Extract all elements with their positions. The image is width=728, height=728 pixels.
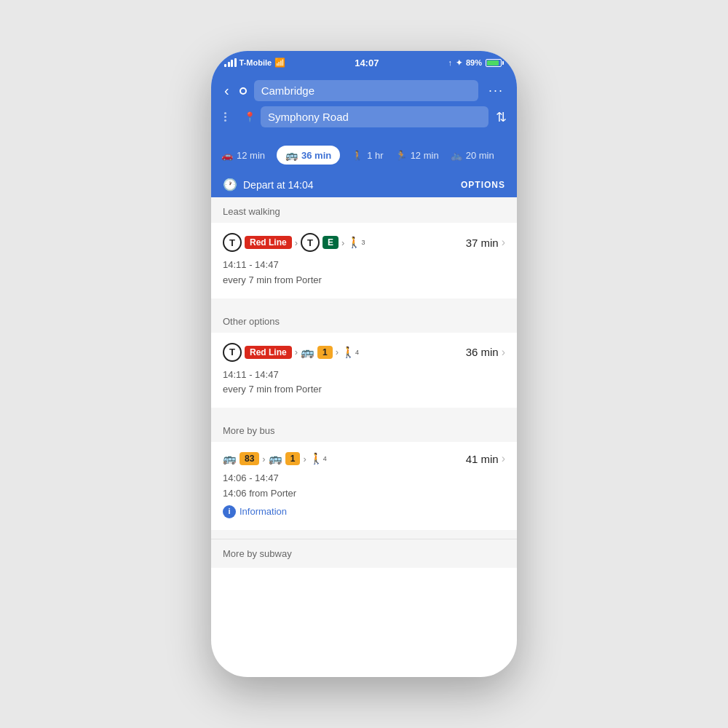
destination-input[interactable]	[261, 106, 488, 127]
walk-icon-1: 🚶3	[347, 236, 365, 249]
depart-bar: 🕐 Depart at 14:04 OPTIONS	[211, 172, 517, 197]
spacer	[221, 112, 239, 122]
route-icons-3: 🚌 83 › 🚌 1 › 🚶4	[223, 452, 327, 465]
origin-row: ‹ ···	[221, 80, 507, 101]
mode-transit[interactable]: 🚌 36 min	[277, 146, 340, 165]
mode-bike[interactable]: 🚲 20 min	[451, 150, 494, 161]
destination-row: 📍 ⇅	[221, 106, 507, 127]
status-bar: T-Mobile 📶 14:07 ↑ ✦ 89%	[211, 51, 517, 74]
section-header-more-by-bus: More by bus	[211, 416, 517, 442]
information-link[interactable]: i Information	[223, 505, 505, 520]
bike-icon: 🚲	[451, 150, 462, 161]
route-card-3[interactable]: 🚌 83 › 🚌 1 › 🚶4 41 min ›	[211, 442, 517, 529]
run-icon: 🏃	[395, 150, 407, 161]
route-top-2: T Red Line › 🚌 1 › 🚶4 36 min ›	[223, 343, 505, 362]
arrow-1: ›	[295, 237, 298, 248]
chevron-3: ›	[502, 452, 505, 465]
duration-text-1: 37 min	[466, 237, 499, 249]
drive-icon: 🚗	[221, 150, 233, 161]
depart-time: Depart at 14:04	[243, 179, 314, 191]
arrow-3: ›	[295, 347, 298, 357]
divider-1	[211, 301, 517, 307]
clock-icon: 🕐	[223, 178, 237, 191]
route-top-3: 🚌 83 › 🚌 1 › 🚶4 41 min ›	[223, 452, 505, 465]
mode-selector: 🚗 12 min 🚌 36 min 🚶 1 hr 🏃 12 min 🚲 20 m…	[211, 141, 517, 172]
route-details-3: 14:06 - 14:47 14:06 from Porter i Inform…	[223, 471, 505, 519]
duration-text-3: 41 min	[466, 453, 499, 465]
back-button[interactable]: ‹	[221, 81, 232, 100]
run-label: 12 min	[411, 150, 439, 161]
divider-2	[211, 411, 517, 416]
route-top-1: T Red Line › T E › 🚶3 37 min ›	[223, 233, 505, 252]
search-area: ‹ ··· 📍 ⇅	[211, 74, 517, 141]
duration-text-2: 36 min	[466, 346, 499, 358]
red-line-badge-1: Red Line	[245, 236, 292, 249]
route-times-1: 14:11 - 14:47	[223, 258, 505, 273]
phone-shell: T-Mobile 📶 14:07 ↑ ✦ 89% ‹ ···	[211, 51, 517, 677]
route-icons-2: T Red Line › 🚌 1 › 🚶4	[223, 343, 359, 362]
transit-label: 36 min	[301, 150, 331, 161]
section-header-least-walking: Least walking	[211, 197, 517, 223]
section-least-walking: Least walking T Red Line › T E › 🚶3	[211, 197, 517, 298]
transit-icon: 🚌	[285, 149, 298, 161]
chevron-1: ›	[502, 236, 505, 249]
arrow-4: ›	[336, 347, 339, 357]
route-times-3: 14:06 - 14:47	[223, 471, 505, 486]
swap-button[interactable]: ⇅	[496, 109, 507, 125]
status-bar-right: ↑ ✦ 89%	[448, 58, 504, 68]
origin-dot-icon	[240, 87, 247, 95]
status-bar-left: T-Mobile 📶	[224, 58, 285, 68]
battery-icon	[486, 59, 504, 67]
route-card-2[interactable]: T Red Line › 🚌 1 › 🚶4 36 min ›	[211, 333, 517, 408]
battery-percent: 89%	[466, 58, 482, 67]
section-header-other-options: Other options	[211, 307, 517, 333]
mode-run[interactable]: 🏃 12 min	[395, 150, 439, 161]
red-line-badge-2: Red Line	[245, 346, 292, 359]
bus-icon-2: 🚌	[301, 346, 314, 359]
origin-input[interactable]	[254, 80, 478, 101]
wifi-icon: 📶	[274, 58, 285, 68]
info-label: Information	[240, 505, 287, 520]
bus-icon-3b: 🚌	[269, 452, 282, 465]
route-frequency-3: 14:06 from Porter	[223, 486, 505, 502]
route-frequency-1: every 7 min from Porter	[223, 273, 505, 288]
destination-pin-icon: 📍	[246, 112, 253, 122]
route-icons-1: T Red Line › T E › 🚶3	[223, 233, 365, 252]
arrow-2: ›	[341, 237, 344, 248]
bluetooth-icon: ✦	[456, 58, 462, 68]
arrow-6: ›	[303, 454, 306, 464]
section-other-options: Other options T Red Line › 🚌 1 › 🚶4	[211, 307, 517, 408]
walk-icon-2: 🚶4	[341, 346, 359, 359]
options-button[interactable]: OPTIONS	[461, 180, 505, 190]
bike-label: 20 min	[466, 150, 494, 161]
route-times-2: 14:11 - 14:47	[223, 368, 505, 383]
more-subway-label: More by subway	[223, 548, 292, 559]
walk-icon-mode: 🚶	[352, 150, 363, 161]
mbta-t-icon-3: T	[223, 343, 242, 362]
mode-drive[interactable]: 🚗 12 min	[221, 150, 265, 161]
green-e-badge: E	[323, 236, 339, 249]
mbta-t-icon-2: T	[301, 233, 320, 252]
mode-walk[interactable]: 🚶 1 hr	[352, 150, 383, 161]
drive-label: 12 min	[237, 150, 265, 161]
bus-icon-3a: 🚌	[223, 452, 237, 465]
walk-label: 1 hr	[367, 150, 383, 161]
depart-info: 🕐 Depart at 14:04	[223, 178, 314, 191]
section-more-by-bus: More by bus 🚌 83 › 🚌 1 › 🚶4	[211, 416, 517, 529]
section-more-by-subway[interactable]: More by subway	[211, 539, 517, 568]
route-card-1[interactable]: T Red Line › T E › 🚶3 37 min ›	[211, 223, 517, 298]
mbta-t-icon-1: T	[223, 233, 242, 252]
carrier-label: T-Mobile	[240, 58, 272, 67]
more-options-button[interactable]: ···	[486, 82, 507, 100]
time-display: 14:07	[355, 58, 379, 68]
chevron-2: ›	[502, 346, 505, 359]
location-icon: ↑	[448, 58, 452, 67]
bus-83-badge: 83	[240, 452, 259, 465]
bus-1-badge: 1	[317, 346, 333, 359]
signal-icon	[224, 58, 237, 67]
route-duration-2: 36 min ›	[466, 346, 505, 359]
route-frequency-2: every 7 min from Porter	[223, 382, 505, 397]
info-icon: i	[223, 505, 236, 518]
content-area: Least walking T Red Line › T E › 🚶3	[211, 197, 517, 568]
route-details-2: 14:11 - 14:47 every 7 min from Porter	[223, 368, 505, 398]
